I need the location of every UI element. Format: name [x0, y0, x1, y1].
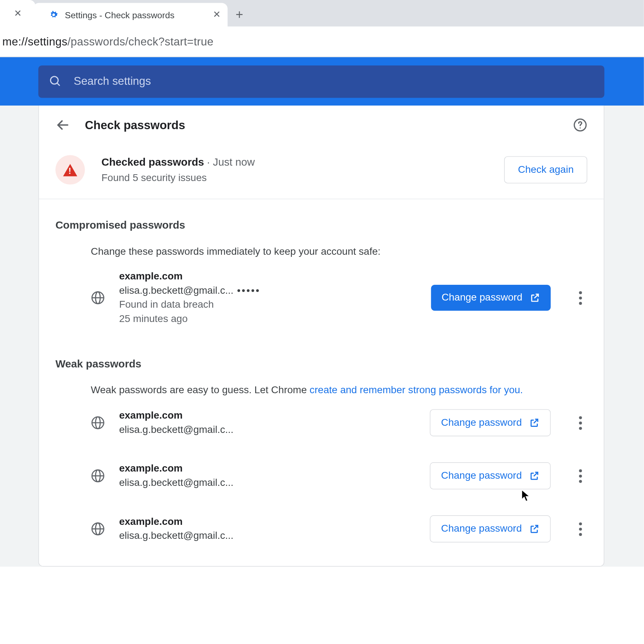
address-bar[interactable]: me://settings/passwords/check?start=true — [0, 26, 644, 57]
svg-point-4 — [580, 127, 581, 128]
username: elisa.g.beckett@gmail.c... — [119, 477, 416, 489]
site-name: example.com — [119, 463, 416, 475]
external-link-icon — [530, 292, 540, 303]
svg-line-20 — [534, 525, 538, 529]
more-menu-button[interactable] — [573, 291, 587, 304]
search-input[interactable] — [74, 75, 594, 88]
strong-passwords-link[interactable]: create and remember strong passwords for… — [309, 384, 523, 395]
external-link-icon — [529, 418, 540, 428]
settings-header — [0, 57, 644, 106]
compromised-subtitle: Change these passwords immediately to ke… — [39, 232, 604, 258]
card-header: Check passwords — [39, 106, 604, 143]
svg-line-8 — [535, 294, 538, 298]
weak-item: example.com elisa.g.beckett@gmail.c... C… — [39, 449, 604, 502]
svg-line-16 — [534, 472, 538, 476]
weak-item: example.com elisa.g.beckett@gmail.c... C… — [39, 396, 604, 449]
status-row: Checked passwords · Just now Found 5 sec… — [39, 143, 604, 199]
change-password-button[interactable]: Change password — [430, 409, 551, 436]
breach-time: 25 minutes ago — [119, 313, 417, 325]
status-heading: Checked passwords — [101, 156, 204, 168]
svg-line-12 — [534, 419, 538, 423]
site-name: example.com — [119, 410, 416, 421]
site-name: example.com — [119, 516, 416, 528]
globe-icon — [91, 416, 105, 430]
browser-tabstrip: ✕ Settings - Check passwords ✕ + — [0, 0, 644, 26]
url-text: me://settings/passwords/check?start=true — [3, 35, 214, 48]
change-password-button[interactable]: Change password — [430, 515, 551, 542]
more-menu-button[interactable] — [573, 469, 587, 483]
username: elisa.g.beckett@gmail.c...••••• — [119, 285, 417, 297]
new-tab-button[interactable]: + — [228, 3, 251, 26]
weak-subtitle: Weak passwords are easy to guess. Let Ch… — [39, 370, 604, 396]
compromised-title: Compromised passwords — [39, 199, 604, 232]
check-again-button[interactable]: Check again — [504, 156, 587, 184]
globe-icon — [91, 291, 105, 305]
search-settings[interactable] — [38, 65, 604, 98]
username: elisa.g.beckett@gmail.c... — [119, 530, 416, 542]
previous-tab[interactable]: ✕ — [0, 0, 35, 26]
username: elisa.g.beckett@gmail.c... — [119, 424, 416, 436]
breach-reason: Found in data breach — [119, 299, 417, 311]
status-time: Just now — [213, 156, 255, 168]
status-detail: Found 5 security issues — [101, 172, 255, 184]
external-link-icon — [529, 523, 540, 534]
page-title: Check passwords — [85, 118, 559, 132]
password-dots: ••••• — [237, 285, 260, 296]
svg-line-1 — [57, 83, 60, 86]
weak-item: example.com elisa.g.beckett@gmail.c... C… — [39, 502, 604, 542]
content-card: Check passwords Checked passwords · Just… — [38, 106, 604, 567]
weak-title: Weak passwords — [39, 338, 604, 370]
external-link-icon — [529, 470, 540, 481]
page-body: Check passwords Checked passwords · Just… — [0, 106, 644, 567]
tab-title: Settings - Check passwords — [65, 10, 207, 20]
status-text: Checked passwords · Just now Found 5 sec… — [101, 156, 255, 184]
back-arrow-icon[interactable] — [55, 117, 71, 133]
help-icon[interactable] — [573, 118, 587, 132]
more-menu-button[interactable] — [573, 416, 587, 430]
search-icon — [49, 75, 62, 88]
globe-icon — [91, 469, 105, 483]
close-icon[interactable]: ✕ — [14, 9, 21, 18]
close-icon[interactable]: ✕ — [213, 10, 220, 19]
warning-icon — [55, 155, 85, 184]
svg-point-0 — [50, 77, 58, 84]
globe-icon — [91, 522, 105, 536]
site-name: example.com — [119, 270, 417, 282]
gear-icon — [48, 9, 59, 20]
more-menu-button[interactable] — [573, 522, 587, 536]
change-password-button[interactable]: Change password — [431, 285, 551, 311]
active-tab[interactable]: Settings - Check passwords ✕ — [33, 3, 228, 26]
plus-icon: + — [235, 7, 243, 23]
change-password-button[interactable]: Change password — [430, 462, 551, 489]
compromised-item: example.com elisa.g.beckett@gmail.c...••… — [39, 258, 604, 338]
